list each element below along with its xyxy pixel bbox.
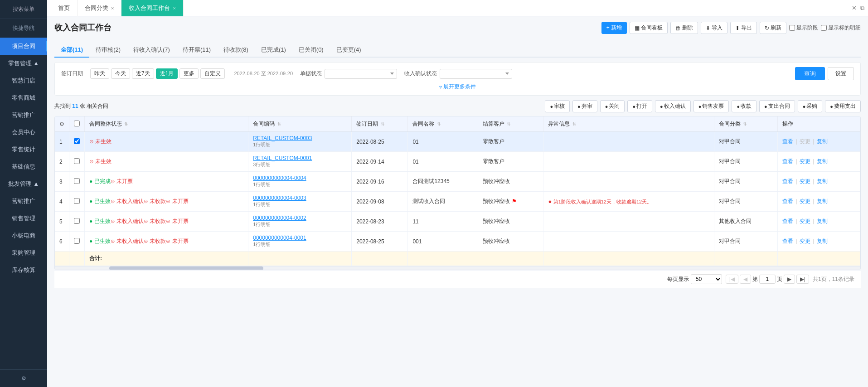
contract-code-link[interactable]: RETAIL_CUSTOM-0003 bbox=[253, 135, 312, 141]
op-btn-变更[interactable]: 变更 bbox=[800, 178, 810, 184]
date-btn-last7[interactable]: 近7天 bbox=[132, 68, 154, 79]
row-checkbox[interactable] bbox=[74, 158, 80, 164]
sidebar-item-marketing[interactable]: 营销推广 bbox=[0, 106, 47, 124]
action-btn-purchase[interactable]: ● 采购 bbox=[798, 100, 823, 112]
sidebar-item-project[interactable]: 项目合同 bbox=[0, 38, 47, 55]
op-btn-复制[interactable]: 复制 bbox=[817, 238, 828, 244]
op-btn-查看[interactable]: 查看 bbox=[782, 178, 793, 184]
op-btn-查看[interactable]: 查看 bbox=[782, 138, 793, 145]
action-btn-sales_invoice[interactable]: ● 销售发票 bbox=[693, 100, 729, 112]
scrollbar-thumb[interactable] bbox=[109, 266, 263, 270]
sidebar-item-marketing2[interactable]: 营销推广 bbox=[0, 193, 47, 210]
status-tab-closed[interactable]: 已关闭(0) bbox=[292, 43, 330, 58]
row-checkbox[interactable] bbox=[74, 218, 80, 224]
action-btn-income_confirm[interactable]: ● 收入确认 bbox=[655, 100, 691, 112]
income-confirm-select[interactable] bbox=[440, 69, 512, 79]
op-btn-复制[interactable]: 复制 bbox=[817, 138, 828, 145]
export-btn[interactable]: ⬆ 导出 bbox=[730, 22, 757, 34]
sidebar-item-retail_commerce[interactable]: 零售商城 bbox=[0, 89, 47, 106]
page-input[interactable] bbox=[759, 275, 776, 284]
refresh-btn[interactable]: ↻ 刷新 bbox=[760, 22, 786, 34]
tab-income_workbench[interactable]: 收入合同工作台× bbox=[121, 0, 183, 16]
query-btn[interactable]: 查询 bbox=[795, 67, 825, 80]
next-page-btn[interactable]: ▶ bbox=[784, 275, 795, 284]
filter-settings-btn[interactable]: 设置 bbox=[828, 67, 854, 80]
import-btn[interactable]: ⬇ 导入 bbox=[701, 22, 727, 34]
date-btn-more[interactable]: 更多 bbox=[179, 68, 199, 79]
op-btn-复制[interactable]: 复制 bbox=[817, 198, 828, 204]
select-all-checkbox[interactable] bbox=[74, 121, 80, 126]
sidebar-item-sales_mgmt[interactable]: 销售管理 bbox=[0, 210, 47, 227]
horizontal-scrollbar[interactable] bbox=[55, 266, 860, 270]
sidebar-item-smart_store[interactable]: 智慧门店 bbox=[0, 72, 47, 89]
show-fields-check[interactable]: 显示阶段 bbox=[789, 24, 818, 32]
status-tab-pending_review[interactable]: 待审核(2) bbox=[89, 43, 127, 58]
sidebar-item-xiaochang[interactable]: 小畅电商 bbox=[0, 227, 47, 244]
sidebar-quick-nav[interactable]: 快捷导航 bbox=[0, 21, 47, 36]
sidebar-item-member_center[interactable]: 会员中心 bbox=[0, 124, 47, 141]
contract-code-link[interactable]: RETAIL_CUSTOM-0001 bbox=[253, 155, 312, 161]
sidebar-settings-btn[interactable]: ⚙ bbox=[0, 369, 47, 387]
contract-code-link[interactable]: 0000000000004-0004 bbox=[253, 175, 306, 181]
action-btn-close[interactable]: ● 关闭 bbox=[600, 100, 625, 112]
action-btn-abandon[interactable]: ● 弃审 bbox=[572, 100, 597, 112]
show-details-check[interactable]: 显示标的明细 bbox=[821, 24, 861, 32]
contract-code-link[interactable]: 0000000000004-0002 bbox=[253, 215, 306, 221]
status-tab-pending_payment[interactable]: 待收款(8) bbox=[217, 43, 255, 58]
contract-code-link[interactable]: 0000000000004-0001 bbox=[253, 235, 306, 241]
row-checkbox[interactable] bbox=[74, 238, 80, 244]
op-btn-复制[interactable]: 复制 bbox=[817, 218, 828, 224]
op-btn-变更[interactable]: 变更 bbox=[800, 198, 810, 204]
row-checkbox[interactable] bbox=[74, 178, 80, 184]
action-btn-review[interactable]: ● 审核 bbox=[545, 100, 570, 112]
status-tab-pending_income[interactable]: 待收入确认(7) bbox=[127, 43, 176, 58]
show-details-checkbox[interactable] bbox=[821, 25, 827, 31]
sidebar-item-purchase_mgmt[interactable]: 采购管理 bbox=[0, 244, 47, 261]
sidebar-item-inventory[interactable]: 库存核算 bbox=[0, 261, 47, 279]
tab-contract_cat[interactable]: 合同分类× bbox=[78, 0, 121, 16]
contract-view-btn[interactable]: ▦ 合同看板 bbox=[630, 22, 668, 34]
tab-home[interactable]: 首页 bbox=[51, 0, 78, 16]
sidebar-item-basic_info[interactable]: 基础信息 bbox=[0, 158, 47, 175]
op-btn-变更[interactable]: 变更 bbox=[800, 158, 810, 164]
window-close-btn[interactable]: ✕ bbox=[852, 5, 857, 11]
prev-page-btn[interactable]: ◀ bbox=[740, 275, 751, 284]
action-btn-collect[interactable]: ● 收款 bbox=[732, 100, 756, 112]
op-btn-变更[interactable]: 变更 bbox=[800, 238, 810, 244]
status-tab-changed[interactable]: 已变更(4) bbox=[330, 43, 368, 58]
date-btn-yesterday[interactable]: 昨天 bbox=[90, 68, 109, 79]
op-btn-变更[interactable]: 变更 bbox=[800, 138, 810, 145]
new-btn[interactable]: + 新增 bbox=[601, 22, 627, 34]
op-btn-查看[interactable]: 查看 bbox=[782, 198, 793, 204]
date-btn-today[interactable]: 今天 bbox=[111, 68, 130, 79]
tab-close-income_workbench[interactable]: × bbox=[173, 5, 175, 11]
tab-close-contract_cat[interactable]: × bbox=[111, 5, 114, 11]
status-tab-all[interactable]: 全部(11) bbox=[54, 43, 89, 58]
date-btn-last1month[interactable]: 近1月 bbox=[156, 68, 178, 79]
op-btn-复制[interactable]: 复制 bbox=[817, 178, 828, 184]
status-tab-completed[interactable]: 已完成(1) bbox=[255, 43, 292, 58]
row-checkbox[interactable] bbox=[74, 198, 80, 204]
gear-column-header[interactable]: ⚙ bbox=[55, 116, 69, 132]
action-btn-cost_out[interactable]: ● 费用支出 bbox=[825, 100, 861, 112]
sidebar-item-wholesale_mgmt[interactable]: 批发管理 ▲ bbox=[0, 175, 47, 193]
show-fields-checkbox[interactable] bbox=[789, 25, 795, 31]
op-btn-查看[interactable]: 查看 bbox=[782, 238, 793, 244]
doc-status-select[interactable] bbox=[325, 69, 397, 79]
delete-btn[interactable]: 🗑 删除 bbox=[670, 22, 698, 34]
sidebar-item-retail_stats[interactable]: 零售统计 bbox=[0, 141, 47, 158]
action-btn-expense_out[interactable]: ● 支出合同 bbox=[759, 100, 795, 112]
date-btn-custom[interactable]: 自定义 bbox=[200, 68, 225, 79]
action-btn-open_doc[interactable]: ● 打开 bbox=[627, 100, 652, 112]
per-page-select[interactable]: 102050100 bbox=[691, 274, 722, 284]
contract-code-link[interactable]: 0000000000004-0003 bbox=[253, 195, 306, 201]
sidebar-item-retail_mgmt[interactable]: 零售管理 ▲ bbox=[0, 55, 47, 72]
row-checkbox[interactable] bbox=[74, 138, 80, 144]
sidebar-search[interactable]: 搜索菜单 bbox=[0, 0, 47, 19]
status-tab-pending_invoice[interactable]: 待开票(11) bbox=[176, 43, 217, 58]
last-page-btn[interactable]: ▶| bbox=[796, 275, 809, 284]
op-btn-查看[interactable]: 查看 bbox=[782, 218, 793, 224]
window-restore-btn[interactable]: ⧉ bbox=[860, 5, 864, 12]
op-btn-查看[interactable]: 查看 bbox=[782, 158, 793, 164]
expand-btn[interactable]: ▿ 展开更多条件 bbox=[439, 83, 476, 91]
